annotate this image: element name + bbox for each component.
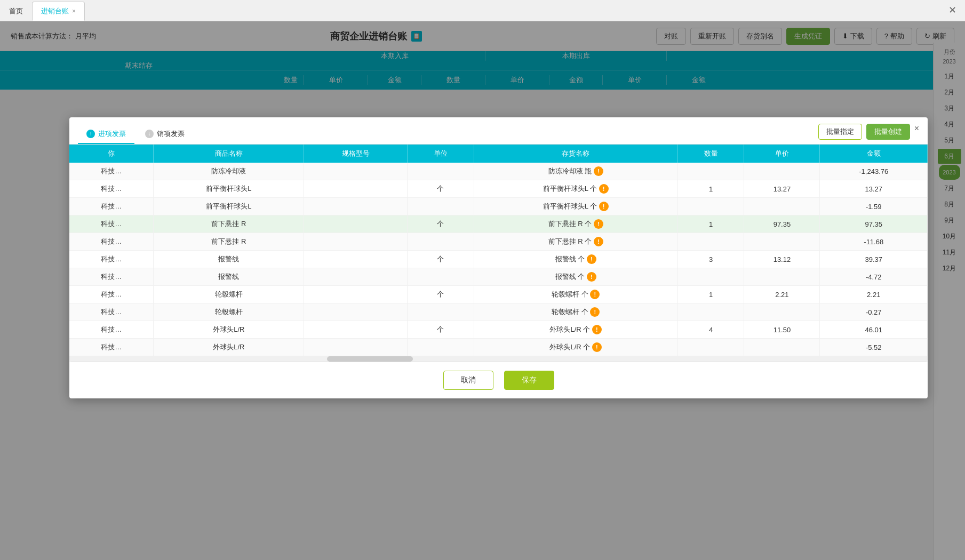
td-inventory: 前平衡杆球头L 个 ! xyxy=(474,198,677,215)
tab-close-icon[interactable]: × xyxy=(72,7,76,15)
td-product: 前平衡杆球头L xyxy=(154,198,304,215)
outgoing-tab-icon: ↓ xyxy=(145,130,154,138)
tab-home-label: 首页 xyxy=(9,6,23,16)
modal-close-button[interactable]: × xyxy=(914,124,919,140)
td-amount: 97.35 xyxy=(820,215,928,233)
td-unit-price: 97.35 xyxy=(744,215,820,233)
inventory-name: 前下悬挂 R 个 xyxy=(548,237,592,245)
inventory-name: 报警线 个 xyxy=(555,273,585,281)
td-quantity: 1 xyxy=(677,286,744,303)
modal-table: 你 商品名称 规格型号 单位 存货名称 数量 单价 金额 科技… 防冻冷却液 xyxy=(69,145,928,356)
inventory-name: 轮毂螺杆 个 xyxy=(552,290,588,298)
save-button[interactable]: 保存 xyxy=(504,371,554,390)
td-inventory: 前平衡杆球头L 个 ! xyxy=(474,180,677,198)
td-product: 前平衡杆球头L xyxy=(154,180,304,198)
td-company: 科技… xyxy=(69,321,154,339)
modal-header: ↑ 进项发票 ↓ 销项发票 批量指定 批量创建 × xyxy=(69,117,928,145)
batch-create-button[interactable]: 批量创建 xyxy=(866,124,910,140)
inventory-name: 前平衡杆球头L 个 xyxy=(543,202,597,210)
table-row: 科技… 轮毂螺杆 个 轮毂螺杆 个 ! 1 2.21 2.21 xyxy=(69,286,928,303)
td-amount: 39.37 xyxy=(820,251,928,268)
td-company: 科技… xyxy=(69,286,154,303)
td-unit xyxy=(407,233,474,251)
cancel-button[interactable]: 取消 xyxy=(443,371,493,390)
td-company: 科技… xyxy=(69,215,154,233)
table-row: 科技… 前下悬挂 R 前下悬挂 R 个 ! -11.68 xyxy=(69,233,928,251)
tab-current-label: 进销台账 xyxy=(41,6,69,16)
td-product: 报警线 xyxy=(154,268,304,286)
td-company: 科技… xyxy=(69,163,154,180)
td-company: 科技… xyxy=(69,180,154,198)
td-quantity: 4 xyxy=(677,321,744,339)
tab-home[interactable]: 首页 xyxy=(0,2,32,21)
table-row: 科技… 防冻冷却液 防冻冷却液 瓶 ! -1,243.76 xyxy=(69,163,928,180)
modal-table-wrapper[interactable]: 你 商品名称 规格型号 单位 存货名称 数量 单价 金额 科技… 防冻冷却液 xyxy=(69,145,928,356)
td-unit xyxy=(407,339,474,356)
warning-icon: ! xyxy=(599,202,609,211)
outgoing-tab-label: 销项发票 xyxy=(157,129,185,139)
td-inventory: 前下悬挂 R 个 ! xyxy=(474,233,677,251)
table-row: 科技… 前平衡杆球头L 前平衡杆球头L 个 ! -1.59 xyxy=(69,198,928,215)
batch-assign-button[interactable]: 批量指定 xyxy=(818,124,862,140)
td-spec xyxy=(304,251,408,268)
inventory-name: 报警线 个 xyxy=(555,255,585,263)
td-inventory: 轮毂螺杆 个 ! xyxy=(474,303,677,321)
td-unit: 个 xyxy=(407,215,474,233)
th-product-name: 商品名称 xyxy=(154,145,304,163)
td-quantity xyxy=(677,303,744,321)
warning-icon: ! xyxy=(587,254,596,264)
window-close-button[interactable]: ✕ xyxy=(948,4,956,16)
td-spec xyxy=(304,233,408,251)
inventory-name: 轮毂螺杆 个 xyxy=(552,308,588,316)
inventory-name: 防冻冷却液 瓶 xyxy=(548,167,592,175)
td-unit-price xyxy=(744,198,820,215)
inventory-name: 前平衡杆球头L 个 xyxy=(543,185,597,193)
td-quantity xyxy=(677,163,744,180)
td-quantity: 1 xyxy=(677,180,744,198)
td-inventory: 报警线 个 ! xyxy=(474,268,677,286)
warning-icon: ! xyxy=(590,290,600,299)
td-spec xyxy=(304,198,408,215)
tab-current[interactable]: 进销台账 × xyxy=(32,2,85,21)
td-spec xyxy=(304,303,408,321)
td-company: 科技… xyxy=(69,251,154,268)
td-product: 防冻冷却液 xyxy=(154,163,304,180)
td-product: 外球头L/R xyxy=(154,339,304,356)
td-amount: 13.27 xyxy=(820,180,928,198)
td-product: 报警线 xyxy=(154,251,304,268)
td-unit-price xyxy=(744,303,820,321)
td-unit: 个 xyxy=(407,180,474,198)
tab-outgoing-invoice[interactable]: ↓ 销项发票 xyxy=(137,125,193,144)
scrollbar-thumb[interactable] xyxy=(327,356,413,362)
incoming-tab-label: 进项发票 xyxy=(98,129,126,139)
warning-icon: ! xyxy=(594,237,603,246)
td-amount: -5.52 xyxy=(820,339,928,356)
main-area: 销售成本计算方法： 月平均 商贸企业进销台账 📋 对账 重新开账 存货别名 生成… xyxy=(0,21,965,560)
td-amount: -0.27 xyxy=(820,303,928,321)
modal-horizontal-scrollbar[interactable] xyxy=(69,356,928,362)
td-product: 轮毂螺杆 xyxy=(154,303,304,321)
td-product: 外球头L/R xyxy=(154,321,304,339)
modal-dialog: ↑ 进项发票 ↓ 销项发票 批量指定 批量创建 × 你 商品名 xyxy=(69,117,928,398)
inventory-name: 外球头L/R 个 xyxy=(549,325,590,333)
td-quantity xyxy=(677,198,744,215)
td-quantity xyxy=(677,233,744,251)
th-quantity: 数量 xyxy=(677,145,744,163)
td-unit-price xyxy=(744,163,820,180)
tab-incoming-invoice[interactable]: ↑ 进项发票 xyxy=(78,125,134,144)
td-inventory: 外球头L/R 个 ! xyxy=(474,321,677,339)
table-row: 科技… 前下悬挂 R 个 前下悬挂 R 个 ! 1 97.35 97.35 xyxy=(69,215,928,233)
incoming-tab-icon: ↑ xyxy=(86,130,95,138)
th-inventory-name: 存货名称 xyxy=(474,145,677,163)
inventory-name: 前下悬挂 R 个 xyxy=(548,220,592,228)
th-unit: 单位 xyxy=(407,145,474,163)
warning-icon: ! xyxy=(594,219,603,229)
td-product: 前下悬挂 R xyxy=(154,215,304,233)
td-unit-price xyxy=(744,339,820,356)
inventory-name: 外球头L/R 个 xyxy=(549,343,590,351)
td-unit xyxy=(407,303,474,321)
td-amount: 2.21 xyxy=(820,286,928,303)
td-company: 科技… xyxy=(69,198,154,215)
table-row: 科技… 报警线 个 报警线 个 ! 3 13.12 39.37 xyxy=(69,251,928,268)
td-unit xyxy=(407,198,474,215)
